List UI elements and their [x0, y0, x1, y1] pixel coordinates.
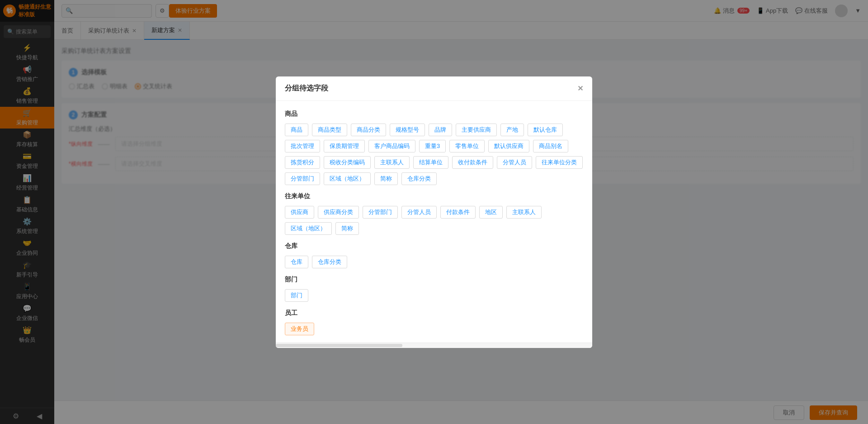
hscroll-thumb	[276, 344, 402, 347]
tag-item[interactable]: 往来单位分类	[536, 156, 583, 169]
tag-grid-goods: 商品 商品类型 商品分类 规格型号 品牌 主要供应商 产地 默认仓库 批次管理 …	[285, 124, 583, 185]
modal-close-button[interactable]: ✕	[577, 84, 583, 93]
tag-item[interactable]: 分管部门	[363, 206, 398, 219]
field-picker-modal: 分组待选字段 ✕ 商品 商品 商品类型 商品分类 规格型号 品牌 主要供应商 产…	[276, 76, 592, 348]
tag-item[interactable]: 保质期管理	[324, 140, 365, 152]
section-title-warehouse: 仓库	[285, 242, 583, 250]
tag-item[interactable]: 商品分类	[351, 124, 386, 136]
section-title-employee: 员工	[285, 309, 583, 317]
tag-item[interactable]: 简称	[335, 222, 359, 235]
tag-item[interactable]: 默认仓库	[528, 124, 563, 136]
tag-item[interactable]: 部门	[285, 289, 308, 302]
tag-item[interactable]: 简称	[374, 172, 398, 185]
tag-item[interactable]: 拣货积分	[285, 156, 320, 169]
tag-item[interactable]: 商品类型	[312, 124, 347, 136]
tag-item[interactable]: 付款条件	[440, 206, 476, 219]
tag-item[interactable]: 品牌	[429, 124, 452, 136]
modal-title: 分组待选字段	[285, 84, 328, 93]
tag-grid-contacts: 供应商 供应商分类 分管部门 分管人员 付款条件 地区 主联系人 区域（地区） …	[285, 206, 583, 235]
tag-item[interactable]: 商品	[285, 124, 308, 136]
modal-body[interactable]: 商品 商品 商品类型 商品分类 规格型号 品牌 主要供应商 产地 默认仓库 批次…	[276, 101, 592, 343]
tag-item[interactable]: 主要供应商	[456, 124, 497, 136]
tag-item[interactable]: 供应商	[285, 206, 314, 219]
tag-item[interactable]: 区域（地区）	[285, 222, 332, 235]
tag-item[interactable]: 仓库分类	[401, 172, 437, 185]
section-title-department: 部门	[285, 276, 583, 284]
tag-item[interactable]: 供应商分类	[318, 206, 359, 219]
tag-item[interactable]: 仓库	[285, 256, 308, 268]
tag-item[interactable]: 分管人员	[497, 156, 532, 169]
tag-item[interactable]: 主联系人	[374, 156, 410, 169]
modal-horizontal-scrollbar[interactable]	[276, 343, 592, 348]
tag-item[interactable]: 地区	[479, 206, 503, 219]
tag-item[interactable]: 主联系人	[506, 206, 542, 219]
tag-item[interactable]: 零售单位	[449, 140, 485, 152]
tag-grid-employee: 业务员	[285, 323, 583, 335]
modal-header: 分组待选字段 ✕	[276, 76, 592, 101]
tag-item[interactable]: 批次管理	[285, 140, 320, 152]
tag-grid-warehouse: 仓库 仓库分类	[285, 256, 583, 268]
tag-item[interactable]: 客户商品编码	[368, 140, 415, 152]
tag-item[interactable]: 规格型号	[390, 124, 425, 136]
tag-item[interactable]: 区域（地区）	[324, 172, 371, 185]
tag-item-employee-business[interactable]: 业务员	[285, 323, 314, 335]
tag-item[interactable]: 产地	[500, 124, 524, 136]
section-title-contacts: 往来单位	[285, 192, 583, 200]
modal-overlay: 分组待选字段 ✕ 商品 商品 商品类型 商品分类 规格型号 品牌 主要供应商 产…	[0, 0, 868, 424]
tag-item[interactable]: 收付款条件	[452, 156, 493, 169]
tag-item[interactable]: 默认供应商	[488, 140, 529, 152]
tag-item[interactable]: 仓库分类	[312, 256, 347, 268]
tag-item[interactable]: 重量3	[419, 140, 446, 152]
tag-grid-department: 部门	[285, 289, 583, 302]
tag-item[interactable]: 商品别名	[533, 140, 568, 152]
tag-item[interactable]: 税收分类编码	[324, 156, 371, 169]
tag-item[interactable]: 结算单位	[413, 156, 448, 169]
tag-item[interactable]: 分管部门	[285, 172, 320, 185]
section-title-goods: 商品	[285, 110, 583, 118]
tag-item[interactable]: 分管人员	[401, 206, 437, 219]
